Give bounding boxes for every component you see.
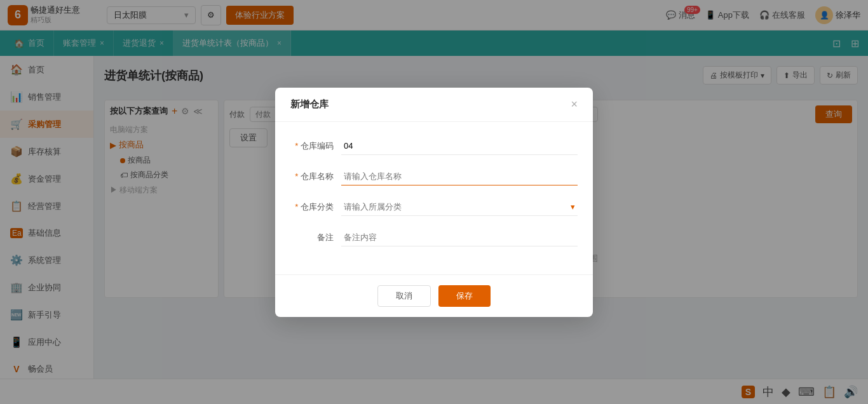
warehouse-name-row: 仓库名称: [290, 168, 578, 185]
warehouse-category-input[interactable]: [344, 202, 571, 212]
dialog-title: 新增仓库: [290, 98, 329, 111]
warehouse-name-label: 仓库名称: [290, 171, 341, 182]
category-chevron-icon[interactable]: ▾: [571, 202, 575, 212]
warehouse-code-input[interactable]: [341, 137, 578, 155]
new-warehouse-dialog: 新增仓库 × 仓库编码 仓库名称 仓库分类 ▾: [275, 88, 593, 317]
warehouse-category-select[interactable]: ▾: [341, 198, 578, 216]
dialog-close-button[interactable]: ×: [571, 98, 578, 111]
warehouse-note-label: 备注: [290, 232, 341, 243]
warehouse-code-row: 仓库编码: [290, 137, 578, 155]
save-button[interactable]: 保存: [438, 285, 491, 307]
warehouse-category-row: 仓库分类 ▾: [290, 198, 578, 216]
dialog-body: 仓库编码 仓库名称 仓库分类 ▾ 备注: [275, 122, 593, 274]
cancel-button[interactable]: 取消: [377, 285, 431, 307]
dialog-overlay: 新增仓库 × 仓库编码 仓库名称 仓库分类 ▾: [0, 0, 868, 404]
dialog-header: 新增仓库 ×: [275, 88, 593, 122]
warehouse-note-row: 备注: [290, 229, 578, 246]
warehouse-code-label: 仓库编码: [290, 140, 341, 152]
warehouse-name-input[interactable]: [341, 168, 578, 185]
warehouse-category-label: 仓库分类: [290, 201, 341, 213]
warehouse-note-input[interactable]: [341, 229, 578, 246]
dialog-footer: 取消 保存: [275, 274, 593, 317]
